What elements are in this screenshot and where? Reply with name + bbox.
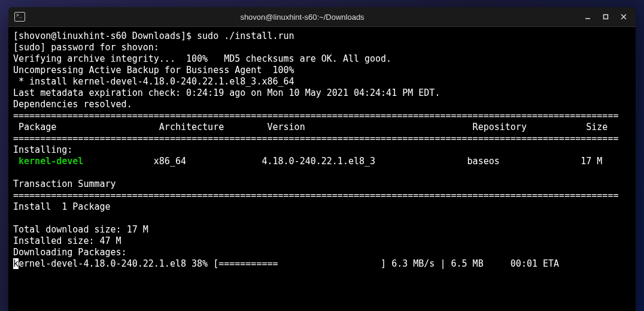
output-line: Total download size: 17 M (13, 224, 148, 235)
output-line: Dependencies resolved. (13, 99, 132, 110)
titlebar[interactable]: shovon@linuxhint-s60:~/Downloads (8, 7, 636, 27)
section-label: Installing: (13, 144, 72, 155)
window-controls (579, 10, 632, 24)
output-line: [sudo] password for shovon: (13, 42, 159, 53)
window-title: shovon@linuxhint-s60:~/Downloads (25, 13, 579, 22)
section-label: Transaction Summary (13, 179, 116, 189)
output-line: Uncompressing Active Backup for Business… (13, 65, 294, 76)
terminal-window: shovon@linuxhint-s60:~/Downloads [shovon… (8, 7, 636, 311)
package-name: kernel-devel (13, 156, 83, 167)
output-line: Downloading Packages: (13, 247, 127, 258)
maximize-button[interactable] (597, 10, 614, 24)
output-line: * install kernel-devel-4.18.0-240.22.1.e… (13, 76, 294, 87)
output-line: Install 1 Package (13, 201, 111, 212)
divider-line: ========================================… (13, 110, 618, 121)
divider-line: ========================================… (13, 190, 618, 201)
progress-line: ernel-devel-4.18.0-240.22.1.el8 38% [===… (19, 258, 559, 269)
output-line: Verifying archive integrity... 100% MD5 … (13, 53, 391, 64)
output-line: Last metadata expiration check: 0:24:19 … (13, 87, 440, 98)
close-button[interactable] (615, 10, 632, 24)
block-cursor: k (13, 258, 19, 269)
divider-line: ========================================… (13, 133, 618, 144)
terminal-body[interactable]: [shovon@linuxhint-s60 Downloads]$ sudo .… (8, 27, 636, 311)
minimize-button[interactable] (579, 10, 596, 24)
terminal-icon (14, 12, 25, 22)
shell-prompt: [shovon@linuxhint-s60 Downloads]$ (13, 31, 197, 41)
svg-rect-1 (604, 15, 608, 19)
output-line: Installed size: 47 M (13, 235, 121, 246)
table-header: Package Architecture Version Repository … (13, 122, 607, 132)
package-details: x86_64 4.18.0-240.22.1.el8_3 baseos 17 M (83, 156, 602, 167)
command-text: sudo ./install.run (197, 31, 294, 41)
titlebar-left (12, 12, 25, 22)
